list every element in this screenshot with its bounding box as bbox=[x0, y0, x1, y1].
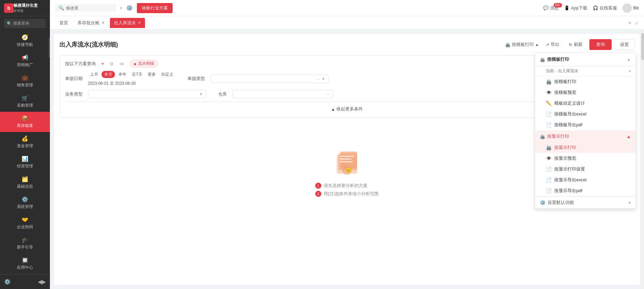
date-options-group: 上月 本月 本年 近7天 更多 自定义 2023-06-01 至 2023-06… bbox=[88, 71, 175, 86]
sidebar-item-inventory[interactable]: 📦 库存核算 bbox=[0, 112, 50, 132]
sidebar-item-sales[interactable]: 💼 销售管理 bbox=[0, 71, 50, 91]
scrollbar-thumb[interactable] bbox=[641, 33, 644, 60]
dropdown-display-export-excel[interactable]: 📄 按显示导出excel bbox=[535, 175, 636, 185]
date-tab-custom[interactable]: 自定义 bbox=[159, 71, 175, 78]
message-btn[interactable]: 💬 消息 99+ bbox=[543, 5, 559, 11]
topbar-chevron-icon[interactable]: ▾ bbox=[120, 6, 122, 10]
page-inner: 出入库流水(流水明细) 🖨️ 按模板打印 ▲ ↗ 导出 ↻ 刷新 bbox=[54, 34, 640, 285]
search-icon: 🔍 bbox=[7, 21, 12, 26]
dropdown-display-print[interactable]: 🖨️ 按显示打印 bbox=[535, 142, 636, 153]
display-export-pdf-icon: 📄 bbox=[546, 188, 552, 193]
toggle-sidebar-icon[interactable]: ◀▶ bbox=[38, 279, 46, 285]
sidebar-item-purchase[interactable]: 🛒 采购管理 bbox=[0, 91, 50, 112]
sidebar-item-quick-nav[interactable]: 🧭 快捷导航 bbox=[0, 31, 50, 51]
date-tab-this-month[interactable]: 本月 bbox=[101, 71, 115, 78]
template-preview-icon: 👁️ bbox=[546, 90, 552, 95]
app-download-btn[interactable]: 📱 App下载 bbox=[564, 5, 587, 11]
voucher-type-select[interactable]: ··· ▾ bbox=[210, 75, 328, 83]
date-tab-this-year[interactable]: 本年 bbox=[116, 71, 128, 78]
template-print-btn[interactable]: 🖨️ 按模板打印 ▲ bbox=[505, 42, 539, 48]
dropdown-collapse-icon[interactable]: ▲ bbox=[627, 57, 631, 62]
sidebar-item-label: 基础信息 bbox=[17, 184, 33, 189]
footer-chevron-icon: ▾ bbox=[628, 200, 631, 205]
filter-gear-icon[interactable]: ⚙ bbox=[110, 61, 114, 67]
export-label: 导出 bbox=[551, 42, 559, 48]
tab-batch-close-icon[interactable]: ✕ bbox=[101, 21, 105, 25]
sidebar-item-label: 经营管理 bbox=[17, 163, 33, 169]
search-menu-button[interactable]: 🔍 搜索菜单 bbox=[4, 19, 46, 28]
page-title: 出入库流水(流水明细) bbox=[59, 41, 118, 49]
tip-num-2: 2 bbox=[315, 191, 321, 197]
search-menu-label: 搜索菜单 bbox=[13, 21, 29, 26]
sidebar-item-operations[interactable]: 📊 经营管理 bbox=[0, 152, 50, 173]
sidebar-item-finance[interactable]: 💰 资金管理 bbox=[0, 132, 50, 152]
sidebar-item-wechat[interactable]: 💬 企业微信 bbox=[0, 274, 50, 274]
business-type-chevron: ▾ bbox=[200, 91, 202, 97]
set-button[interactable]: 设置 bbox=[614, 39, 635, 50]
filter-chip[interactable]: ● 流水明细 bbox=[130, 60, 157, 68]
sidebar-item-guide[interactable]: 🎓 新手引导 bbox=[0, 233, 50, 254]
export-icon: ↗ bbox=[546, 42, 549, 47]
voucher-type-chevron: ▾ bbox=[322, 76, 325, 81]
sidebar-item-marketing[interactable]: 📢 营销推广 bbox=[0, 51, 50, 71]
voucher-type-label: 单据类型 bbox=[187, 76, 205, 82]
template-print-icon: 🖨️ bbox=[546, 79, 552, 84]
sidebar-item-basic[interactable]: 🗂️ 基础信息 bbox=[0, 173, 50, 193]
collapse-btn[interactable]: ▲ 收起更多条件 bbox=[328, 105, 366, 113]
tab-flow[interactable]: 出入库流水 ✕ bbox=[110, 18, 145, 28]
tab-batch[interactable]: 库存批次账 ✕ bbox=[74, 18, 109, 28]
date-label: 单据日期 bbox=[65, 76, 83, 82]
sidebar-menu: 🧭 快捷导航 📢 营销推广 💼 销售管理 🛒 采购管理 📦 库存核算 💰 资金管… bbox=[0, 31, 50, 274]
settings-icon[interactable]: ⚙️ bbox=[4, 279, 11, 285]
settings-default-icon: ⚙️ bbox=[540, 200, 546, 205]
online-service-label: 在线客服 bbox=[599, 5, 617, 11]
warehouse-select[interactable]: ··· bbox=[232, 90, 333, 98]
dropdown-footer-item[interactable]: ⚙️ 设置默认功能 ▾ bbox=[535, 196, 636, 208]
user-profile[interactable]: Rit bbox=[622, 3, 639, 13]
template-preview-label: 按模板预览 bbox=[554, 89, 576, 96]
tabbar: 首页 库存批次账 ✕ 出入库流水 ✕ ✕ ⤢ bbox=[50, 16, 644, 30]
dropdown-display-print-settings[interactable]: 📄 按显示打印设置 bbox=[535, 164, 636, 175]
sidebar-item-appstore[interactable]: 🔲 应用中心 bbox=[0, 254, 50, 274]
svg-rect-3 bbox=[340, 156, 354, 157]
date-tab-7days[interactable]: 近7天 bbox=[130, 71, 144, 78]
close-window-icon[interactable]: ✕ bbox=[628, 20, 632, 26]
topbar-search-input[interactable] bbox=[66, 6, 100, 10]
svg-text:😐: 😐 bbox=[346, 167, 352, 173]
maximize-icon[interactable]: ⤢ bbox=[635, 20, 639, 26]
dropdown-display-export-pdf[interactable]: 📄 按显示导出pdf bbox=[535, 185, 636, 196]
tab-flow-close-icon[interactable]: ✕ bbox=[138, 21, 141, 25]
business-type-select[interactable]: ▾ bbox=[88, 90, 206, 98]
refresh-btn[interactable]: ↻ 刷新 bbox=[566, 40, 585, 49]
dropdown-template-export-excel[interactable]: 📄 按模板导出excel bbox=[535, 109, 636, 120]
dropdown-display-section-header[interactable]: 🖨️ 按显示打印 ▲ bbox=[535, 131, 636, 142]
sidebar-item-collab[interactable]: 🤝 企业协同 bbox=[0, 213, 50, 233]
dropdown-template-preview[interactable]: 👁️ 按模板预览 bbox=[535, 87, 636, 98]
scrollbar-track[interactable] bbox=[641, 30, 644, 289]
sidebar-item-label: 应用中心 bbox=[17, 265, 33, 270]
tab-home[interactable]: 首页 bbox=[55, 18, 72, 28]
topbar-gear-icon[interactable]: ⚙️ bbox=[126, 5, 133, 11]
sidebar-item-label: 快捷导航 bbox=[17, 42, 33, 48]
dropdown-template-print[interactable]: 🖨️ 按模板打印 bbox=[535, 76, 636, 87]
filter-add-icon[interactable]: + bbox=[101, 61, 104, 67]
industry-btn[interactable]: 体验行业方案 bbox=[137, 3, 173, 13]
export-btn[interactable]: ↗ 导出 bbox=[543, 40, 562, 49]
online-service-btn[interactable]: 🎧 在线客服 bbox=[593, 5, 617, 11]
svg-rect-4 bbox=[340, 158, 352, 160]
dropdown-template-export-pdf[interactable]: 📄 按模板导出pdf bbox=[535, 120, 636, 130]
filter-scheme-label: 按以下方案查询 bbox=[65, 61, 96, 67]
date-tab-prev-month[interactable]: 上月 bbox=[88, 71, 100, 78]
export-excel-label: 按模板导出excel bbox=[554, 111, 586, 117]
sidebar-search-area: 🔍 搜索菜单 bbox=[0, 16, 50, 31]
filter-collapse-icon[interactable]: ≪ bbox=[119, 61, 124, 67]
sidebar-item-system[interactable]: ⚙️ 系统管理 bbox=[0, 193, 50, 213]
date-tab-more[interactable]: 更多 bbox=[146, 71, 158, 78]
dropdown-title: 🖨️ 按模板打印 bbox=[540, 56, 569, 62]
query-button[interactable]: 查询 bbox=[589, 39, 612, 50]
print-icon-header: 🖨️ bbox=[540, 57, 545, 62]
dropdown-template-custom[interactable]: ✏️ 模板自定义设计 bbox=[535, 98, 636, 109]
dropdown-display-preview[interactable]: 👁️ 按显示预览 bbox=[535, 153, 636, 164]
chevron-up-icon: ▲ bbox=[331, 107, 335, 112]
dropdown-current-item[interactable]: 当前：出入库流水 ▾ bbox=[535, 66, 636, 76]
